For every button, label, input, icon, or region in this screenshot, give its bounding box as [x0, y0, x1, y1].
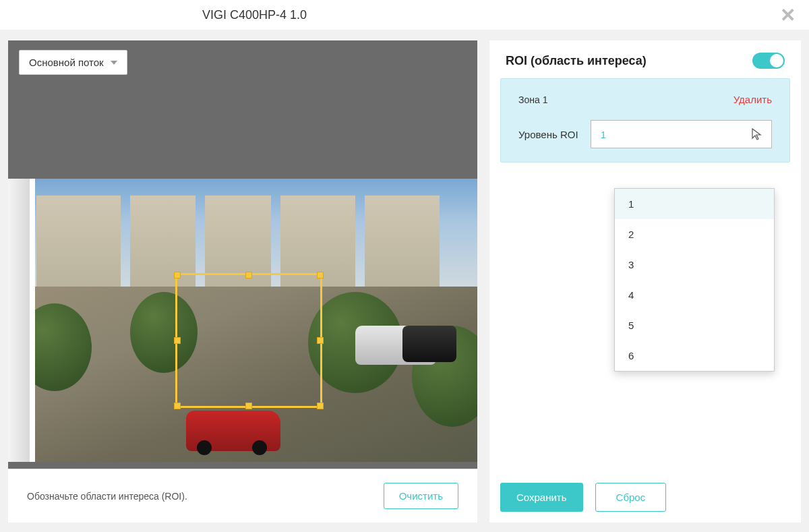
tree [130, 292, 198, 373]
content-area: Основной поток [0, 30, 809, 532]
chevron-down-icon [111, 61, 117, 65]
cursor-icon [751, 127, 763, 144]
roi-level-option[interactable]: 1 [615, 189, 774, 219]
roi-toggle[interactable] [752, 53, 785, 69]
window-frame [8, 179, 35, 462]
zone-card: Зона 1 Удалить Уровень ROI 1 123456 [500, 78, 790, 162]
reset-button[interactable]: Сброс [595, 483, 667, 512]
video-panel: Основной поток [8, 40, 477, 523]
video-footer: Обозначьте области интереса (ROI). Очист… [8, 469, 477, 523]
close-icon[interactable]: ✕ [780, 4, 796, 26]
vehicle [186, 411, 280, 451]
delete-zone-link[interactable]: Удалить [733, 94, 772, 105]
roi-header: ROI (область интереса) [500, 53, 790, 78]
building [365, 196, 440, 292]
roi-level-row: Уровень ROI 1 [501, 120, 789, 162]
roi-level-option[interactable]: 5 [615, 310, 774, 341]
roi-title: ROI (область интереса) [506, 54, 647, 68]
stream-select[interactable]: Основной поток [19, 50, 127, 75]
roi-level-option[interactable]: 3 [615, 249, 774, 280]
roi-level-label: Уровень ROI [518, 129, 578, 140]
roi-level-dropdown[interactable]: 123456 [614, 188, 775, 372]
building [280, 196, 355, 292]
zone-name: Зона 1 [518, 94, 547, 105]
roi-level-option[interactable]: 2 [615, 219, 774, 249]
vehicle [402, 326, 456, 362]
building [36, 196, 121, 292]
roi-level-select[interactable]: 1 [591, 120, 772, 148]
panel-actions: Сохранить Сброс [500, 483, 666, 512]
window-title: VIGI C400HP-4 1.0 [202, 8, 307, 22]
save-button[interactable]: Сохранить [500, 483, 583, 512]
building [130, 196, 196, 292]
toggle-knob [770, 54, 783, 67]
camera-feed[interactable] [8, 179, 477, 462]
zone-header: Зона 1 Удалить [501, 79, 789, 120]
clear-button[interactable]: Очистить [384, 483, 458, 509]
roi-level-option[interactable]: 6 [615, 341, 774, 371]
roi-settings-panel: ROI (область интереса) Зона 1 Удалить Ур… [489, 40, 801, 523]
title-bar: VIGI C400HP-4 1.0 ✕ [0, 0, 809, 30]
roi-hint-text: Обозначьте области интереса (ROI). [27, 491, 187, 502]
roi-level-option[interactable]: 4 [615, 280, 774, 310]
roi-level-value: 1 [601, 129, 606, 140]
building [205, 196, 270, 292]
stream-select-label: Основной поток [29, 57, 104, 68]
